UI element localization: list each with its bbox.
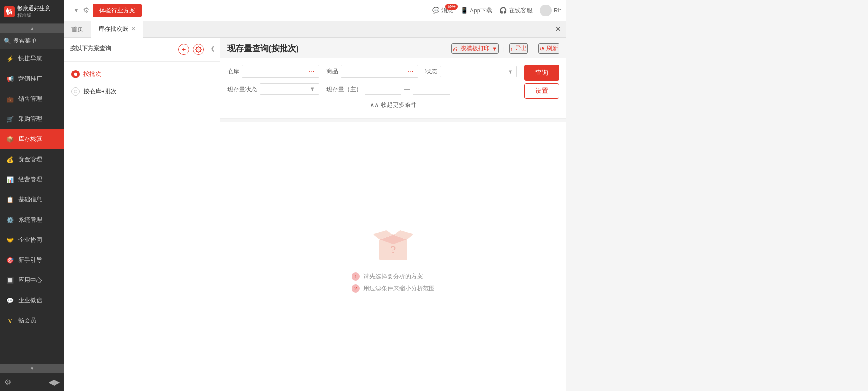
- sidebar-item-guide[interactable]: 🎯 新手引导: [0, 250, 64, 270]
- tip-num-1: 1: [352, 272, 360, 281]
- goods-filter: 商品 ···: [326, 65, 418, 78]
- messages-badge[interactable]: 💬 消息 99+: [432, 6, 453, 15]
- warehouse-input-box[interactable]: ···: [242, 65, 319, 78]
- trial-button[interactable]: 体验行业方案: [93, 4, 142, 17]
- status-label: 状态: [425, 67, 437, 76]
- collapse-more[interactable]: ∧∧ 收起更多条件: [227, 99, 559, 111]
- sidebar-item-apps[interactable]: 🔲 应用中心: [0, 270, 64, 290]
- tab-panel-close-icon[interactable]: ✕: [549, 21, 566, 37]
- refresh-icon: ↺: [539, 45, 544, 52]
- topbar-gear-icon[interactable]: ⚙: [83, 6, 89, 15]
- status-select[interactable]: 全部: [440, 66, 517, 77]
- collapse-sidebar-icon[interactable]: ◀▶: [49, 378, 60, 386]
- user-info[interactable]: Rit: [540, 5, 561, 16]
- warehouse-filter: 仓库 ···: [227, 65, 319, 78]
- filter-row-1: 仓库 ··· 商品: [227, 65, 517, 78]
- sidebar-footer: ⚙ ◀▶: [0, 373, 64, 391]
- topbar-left: ▼ ⚙ 体验行业方案: [70, 4, 429, 17]
- sidebar-item-wechat[interactable]: 💬 企业微信: [0, 290, 64, 310]
- sidebar-item-basic[interactable]: 📋 基础信息: [0, 190, 64, 210]
- inventory-icon: 📦: [5, 135, 15, 144]
- apps-icon: 🔲: [5, 276, 15, 285]
- sidebar-item-sales[interactable]: 💼 销售管理: [0, 89, 64, 109]
- stock-qty-filter: 现存量（主） —: [326, 84, 418, 95]
- tab-batch[interactable]: 库存批次账 ✕: [91, 21, 143, 38]
- topbar: ▼ ⚙ 体验行业方案 💬 消息 99+ 📱 App下载 🎧 在线客服: [64, 0, 566, 21]
- scheme-label: 按以下方案查询: [70, 44, 111, 53]
- goods-label: 商品: [326, 67, 338, 76]
- tip-num-2: 2: [352, 284, 360, 293]
- sidebar-item-member[interactable]: V 畅会员: [0, 310, 64, 331]
- main-area: ▼ ⚙ 体验行业方案 💬 消息 99+ 📱 App下载 🎧 在线客服: [64, 0, 566, 391]
- tip-2: 2 用过滤条件来缩小分析范围: [352, 284, 435, 293]
- tab-home[interactable]: 首页: [64, 21, 91, 37]
- sidebar-scroll-up[interactable]: ▲: [0, 24, 64, 33]
- add-scheme-button[interactable]: +: [178, 44, 189, 55]
- svg-point-1: [74, 73, 77, 76]
- phone-icon: 📱: [461, 7, 468, 14]
- sidebar-item-inventory[interactable]: 📦 库存核算: [0, 129, 64, 149]
- stock-qty-label: 现存量（主）: [326, 85, 362, 93]
- sales-icon: 💼: [5, 94, 15, 103]
- stock-qty-max-input[interactable]: [413, 84, 450, 95]
- sidebar-item-purchase[interactable]: 🛒 采购管理: [0, 109, 64, 129]
- stock-status-select[interactable]: 全部: [260, 83, 319, 95]
- sidebar-header: 畅 畅康通好生意 标准版: [0, 0, 64, 24]
- settings-button[interactable]: 设置: [524, 83, 559, 99]
- brand-text: 畅康通好生意 标准版: [17, 5, 50, 19]
- headset-icon: 🎧: [500, 7, 507, 14]
- topbar-right: 💬 消息 99+ 📱 App下载 🎧 在线客服 Rit: [432, 5, 561, 16]
- collapse-panel-icon[interactable]: 《: [208, 45, 214, 54]
- sidebar-item-marketing[interactable]: 📢 营销推广: [0, 69, 64, 89]
- goods-more-icon[interactable]: ···: [408, 67, 414, 76]
- warehouse-more-icon[interactable]: ···: [309, 67, 315, 76]
- status-filter: 状态 全部 ▼: [425, 66, 517, 77]
- operations-icon: 📊: [5, 175, 15, 184]
- filter-row-2: 现存量状态 全部 ▼: [227, 83, 517, 95]
- wechat-icon: 💬: [5, 296, 15, 305]
- goods-input-box[interactable]: ···: [341, 65, 418, 78]
- sidebar-search[interactable]: 🔍 搜索菜单: [0, 33, 64, 49]
- purchase-icon: 🛒: [5, 114, 15, 124]
- stock-qty-min-input[interactable]: [365, 84, 401, 95]
- sidebar-scroll-down[interactable]: ▼: [0, 364, 64, 373]
- topbar-dropdown-icon[interactable]: ▼: [73, 7, 79, 14]
- warehouse-label: 仓库: [227, 67, 239, 76]
- filter-area: 仓库 ··· 商品: [220, 58, 566, 119]
- empty-illustration: ?: [370, 221, 416, 267]
- scheme-item-warehouse-batch[interactable]: 按仓库+批次: [64, 83, 220, 100]
- stock-qty-dash: —: [404, 86, 410, 92]
- stock-status-label: 现存量状态: [227, 85, 257, 93]
- online-service[interactable]: 🎧 在线客服: [500, 6, 533, 15]
- sidebar-item-quick-nav[interactable]: ⚡ 快捷导航: [0, 49, 64, 69]
- chevron-up-icon: ∧∧: [370, 102, 379, 109]
- app-download[interactable]: 📱 App下载: [461, 6, 492, 15]
- scheme-item-batch[interactable]: 按批次: [64, 65, 220, 83]
- export-button[interactable]: ↑ 导出: [509, 43, 528, 54]
- finance-icon: 💰: [5, 155, 15, 164]
- sidebar-brand: 畅 畅康通好生意 标准版: [4, 5, 60, 19]
- sidebar-item-operations[interactable]: 📊 经营管理: [0, 169, 64, 190]
- tab-close-icon[interactable]: ✕: [131, 26, 136, 32]
- page-title: 现存量查询(按批次): [227, 43, 299, 54]
- enterprise-icon: 🤝: [5, 235, 15, 244]
- settings-footer-icon[interactable]: ⚙: [5, 378, 11, 386]
- svg-text:?: ?: [391, 244, 396, 255]
- sidebar-item-finance[interactable]: 💰 资金管理: [0, 149, 64, 169]
- sidebar-item-enterprise[interactable]: 🤝 企业协同: [0, 230, 64, 250]
- right-main: 现存量查询(按批次) 🖨 按模板打印 ▼ | ↑ 导出 |: [220, 38, 566, 391]
- messages-count-badge: 99+: [445, 4, 458, 10]
- query-button[interactable]: 查询: [524, 65, 559, 81]
- export-icon: ↑: [510, 45, 513, 52]
- page-header: 现存量查询(按批次) 🖨 按模板打印 ▼ | ↑ 导出 |: [220, 38, 566, 58]
- svg-point-2: [74, 90, 77, 93]
- scheme-settings-button[interactable]: [193, 44, 204, 55]
- brand-icon: 畅: [4, 6, 15, 17]
- sidebar-item-system[interactable]: ⚙️ 系统管理: [0, 210, 64, 230]
- print-icon: 🖨: [452, 45, 458, 52]
- print-dropdown-icon[interactable]: ▼: [492, 45, 498, 52]
- tab-bar: 首页 库存批次账 ✕ ✕: [64, 21, 566, 38]
- refresh-button[interactable]: ↺ 刷新: [538, 43, 559, 54]
- print-button[interactable]: 🖨 按模板打印 ▼: [451, 43, 499, 54]
- scheme-active-dot: [71, 70, 80, 78]
